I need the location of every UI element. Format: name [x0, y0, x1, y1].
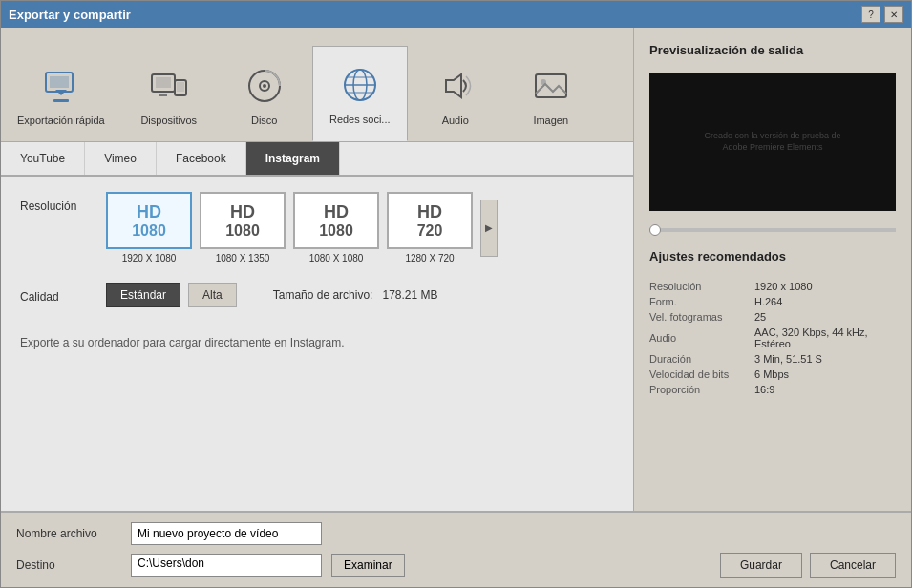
res-caption-0: 1920 X 1080: [122, 253, 177, 263]
help-button[interactable]: ?: [861, 6, 880, 23]
browse-button[interactable]: Examinar: [331, 554, 405, 577]
quality-standard-button[interactable]: Estándar: [106, 283, 180, 307]
tab-export-rapid-label: Exportación rápida: [17, 115, 105, 126]
settings-row: AudioAAC, 320 Kbps, 44 kHz, Estéreo: [649, 325, 896, 351]
preview-title: Previsualización de salida: [649, 43, 896, 57]
res-hd-label-1: HD: [230, 202, 255, 222]
tab-audio-label: Audio: [442, 115, 469, 126]
right-panel: Previsualización de salida Creado con la…: [634, 28, 911, 511]
filename-input[interactable]: [131, 522, 322, 545]
tab-image[interactable]: Imagen: [503, 46, 599, 141]
settings-key: Vel. fotogramas: [649, 309, 754, 325]
res-caption-1: 1080 X 1350: [216, 253, 270, 263]
preview-video: Creado con la versión de prueba de Adobe…: [649, 73, 896, 211]
settings-key: Resolución: [649, 279, 754, 294]
export-icon: [38, 63, 84, 109]
svg-rect-1: [50, 76, 69, 88]
sub-tab-facebook[interactable]: Facebook: [157, 142, 246, 175]
settings-key: Form.: [649, 294, 754, 309]
res-num-2: 1080: [319, 222, 353, 240]
settings-key: Velocidad de bits: [649, 367, 754, 382]
destination-path: C:\Users\don: [131, 554, 322, 577]
quality-section: Calidad Estándar Alta Tamaño de archivo:…: [20, 283, 614, 307]
resolution-section: Resolución HD 1080 1920 X 1080: [20, 192, 614, 263]
bottom-bar: Nombre archivo Destino C:\Users\don Exam…: [1, 511, 911, 587]
sub-tab-vimeo[interactable]: Vimeo: [85, 142, 157, 175]
main-content: Exportación rápida Dispositivos: [1, 28, 911, 511]
filename-label: Nombre archivo: [16, 527, 121, 540]
settings-key: Audio: [649, 325, 754, 351]
dialog-title: Exportar y compartir: [9, 8, 131, 22]
settings-row: Form.H.264: [649, 294, 896, 309]
settings-value: 6 Mbps: [754, 367, 896, 382]
svg-rect-6: [159, 94, 167, 96]
disc-icon: [242, 63, 287, 109]
tab-export-rapid[interactable]: Exportación rápida: [1, 46, 121, 141]
cancel-button[interactable]: Cancelar: [810, 553, 896, 578]
settings-value: 3 Min, 51.51 S: [754, 351, 896, 367]
left-panel: Exportación rápida Dispositivos: [1, 28, 634, 511]
res-card-1080x1350[interactable]: HD 1080: [200, 192, 286, 249]
res-hd-label-2: HD: [324, 202, 349, 222]
svg-rect-5: [156, 77, 171, 88]
quality-controls: Estándar Alta Tamaño de archivo: 178.21 …: [106, 283, 438, 307]
settings-row: Vel. fotogramas25: [649, 309, 896, 325]
res-num-1: 1080: [225, 222, 260, 240]
quality-high-button[interactable]: Alta: [188, 283, 237, 307]
tab-devices-label: Dispositivos: [140, 115, 197, 126]
res-item-3: HD 720 1280 X 720: [387, 192, 473, 263]
save-button[interactable]: Guardar: [720, 553, 802, 578]
res-card-1080x1080[interactable]: HD 1080: [293, 192, 379, 249]
destination-label: Destino: [16, 558, 121, 572]
svg-rect-3: [53, 99, 69, 102]
settings-row: Proporción16:9: [649, 382, 896, 397]
destination-row: Destino C:\Users\don Examinar Guardar Ca…: [16, 553, 896, 578]
settings-row: Resolución1920 x 1080: [649, 279, 896, 294]
tab-devices[interactable]: Dispositivos: [121, 46, 217, 141]
bottom-right-buttons: Guardar Cancelar: [720, 553, 896, 578]
preview-watermark: Creado con la versión de prueba de Adobe…: [704, 131, 840, 153]
res-caption-2: 1080 X 1080: [309, 253, 364, 263]
tab-image-label: Imagen: [533, 115, 568, 126]
tab-audio[interactable]: Audio: [408, 46, 503, 141]
svg-rect-8: [177, 82, 184, 92]
settings-key: Duración: [649, 351, 754, 367]
preview-slider[interactable]: [649, 228, 896, 232]
tab-disc[interactable]: Disco: [217, 46, 312, 141]
image-icon: [528, 63, 574, 109]
resolution-label: Resolución: [20, 192, 106, 213]
sub-tab-instagram[interactable]: Instagram: [246, 142, 340, 175]
filename-row: Nombre archivo: [16, 522, 896, 545]
svg-marker-17: [446, 74, 461, 97]
res-num-3: 720: [417, 222, 443, 240]
settings-row: Velocidad de bits6 Mbps: [649, 367, 896, 382]
res-hd-label-0: HD: [137, 202, 161, 222]
res-caption-3: 1280 X 720: [405, 253, 454, 263]
audio-icon: [433, 63, 478, 109]
dialog-window: Exportar y compartir ? ✕: [0, 0, 912, 588]
title-bar-controls: ? ✕: [861, 6, 903, 23]
file-size-value: 178.21 MB: [382, 288, 437, 302]
sub-tab-youtube[interactable]: YouTube: [1, 142, 85, 175]
recommended-title: Ajustes recomendados: [649, 249, 896, 263]
res-card-1920x1080[interactable]: HD 1080: [106, 192, 192, 249]
file-size-label: Tamaño de archivo: 178.21 MB: [273, 288, 438, 302]
top-tab-bar: Exportación rápida Dispositivos: [1, 28, 633, 142]
res-item-0: HD 1080 1920 X 1080: [106, 192, 192, 263]
scroll-right-arrow[interactable]: ▶: [480, 200, 498, 257]
sub-tab-bar: YouTube Vimeo Facebook Instagram: [1, 142, 633, 177]
res-item-2: HD 1080 1080 X 1080: [293, 192, 379, 263]
settings-value: 16:9: [754, 382, 896, 397]
svg-rect-18: [536, 74, 566, 97]
tab-social[interactable]: Redes soci...: [312, 46, 408, 141]
settings-table: Resolución1920 x 1080Form.H.264Vel. foto…: [649, 279, 896, 397]
close-button[interactable]: ✕: [884, 6, 903, 23]
settings-value: 25: [754, 309, 896, 325]
settings-value: 1920 x 1080: [754, 279, 896, 294]
settings-row: Duración3 Min, 51.51 S: [649, 351, 896, 367]
quality-label: Calidad: [20, 283, 106, 304]
tab-disc-label: Disco: [251, 115, 278, 126]
res-card-1280x720[interactable]: HD 720: [387, 192, 473, 249]
info-text: Exporte a su ordenador para cargar direc…: [20, 326, 614, 359]
settings-value: H.264: [754, 294, 896, 309]
